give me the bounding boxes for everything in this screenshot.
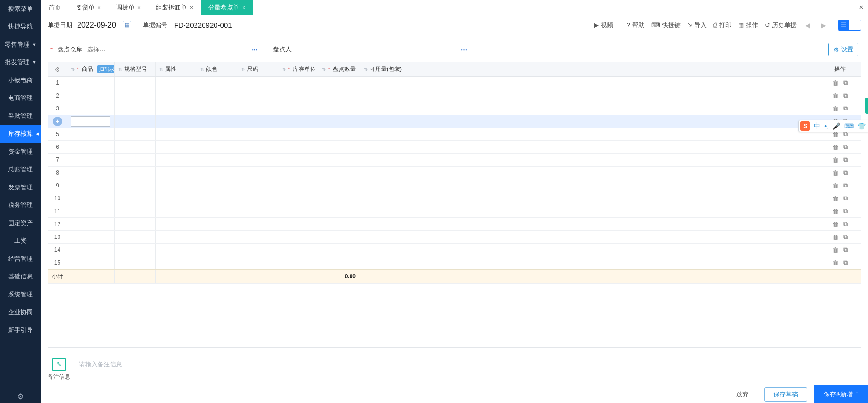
cell-unit[interactable] [278, 128, 319, 140]
cell-avail[interactable] [360, 231, 819, 243]
ime-keyboard-icon[interactable]: ⌨ [844, 122, 854, 130]
doc-date-value[interactable]: 2022-09-20 [77, 21, 116, 29]
cell-qty[interactable] [319, 141, 360, 153]
cell-unit[interactable] [278, 154, 319, 166]
cell-qty[interactable] [319, 256, 360, 269]
delete-row-icon[interactable]: 🗑 [832, 221, 839, 228]
sidebar-item-ecommerce[interactable]: 电商管理 [0, 89, 41, 108]
cell-spec[interactable] [115, 115, 156, 128]
close-icon[interactable]: × [242, 4, 245, 11]
cell-spec[interactable] [115, 192, 156, 205]
sidebar-item-guide[interactable]: 新手引导 [0, 321, 41, 339]
cell-unit[interactable] [278, 179, 319, 192]
tab-home[interactable]: 首页 [41, 0, 68, 15]
sidebar-item-salary[interactable]: 工资 [0, 232, 41, 250]
table-row[interactable]: 2🗑⧉ [48, 89, 861, 102]
sidebar-item-wholesale[interactable]: 批发管理▼ [0, 54, 41, 72]
close-icon[interactable]: × [190, 4, 193, 11]
delete-row-icon[interactable]: 🗑 [832, 169, 839, 177]
cell-avail[interactable] [360, 192, 819, 205]
copy-row-icon[interactable]: ⧉ [843, 169, 848, 177]
cell-qty[interactable] [319, 167, 360, 179]
sidebar-item-inventory[interactable]: 库存核算 [0, 125, 41, 143]
cell-qty[interactable] [319, 128, 360, 140]
ime-mic-icon[interactable]: 🎤 [832, 122, 840, 130]
cell-size[interactable] [237, 179, 278, 192]
copy-row-icon[interactable]: ⧉ [843, 156, 848, 164]
cell-attr[interactable] [156, 218, 196, 230]
cell-spec[interactable] [115, 128, 156, 140]
tool-operate[interactable]: ▦操作 [738, 21, 758, 29]
cell-spec[interactable] [115, 89, 156, 102]
ime-punct-icon[interactable]: •, [824, 122, 829, 130]
cell-spec[interactable] [115, 179, 156, 192]
sidebar-item-business[interactable]: 经营管理 [0, 250, 41, 268]
cell-qty[interactable] [319, 192, 360, 205]
cell-qty[interactable] [319, 179, 360, 192]
delete-row-icon[interactable]: 🗑 [832, 234, 839, 241]
table-row[interactable]: 10🗑⧉ [48, 192, 861, 205]
delete-row-icon[interactable]: 🗑 [832, 144, 839, 151]
cell-spec[interactable] [115, 218, 156, 230]
cell-spec[interactable] [115, 154, 156, 166]
cell-product[interactable] [67, 256, 115, 269]
cell-size[interactable] [237, 231, 278, 243]
cell-attr[interactable] [156, 231, 196, 243]
table-row[interactable]: 7🗑⧉ [48, 154, 861, 167]
add-row-icon[interactable]: + [53, 117, 62, 126]
cell-color[interactable] [196, 77, 237, 89]
ime-lang[interactable]: 中 [814, 122, 820, 130]
cell-size[interactable] [237, 128, 278, 140]
cell-avail[interactable] [360, 218, 819, 230]
cell-size[interactable] [237, 77, 278, 89]
sidebar-item-retail[interactable]: 零售管理▼ [0, 36, 41, 54]
cell-color[interactable] [196, 167, 237, 179]
cell-unit[interactable] [278, 77, 319, 89]
col-size[interactable]: ⇅尺码 [237, 62, 278, 76]
copy-row-icon[interactable]: ⧉ [843, 105, 848, 112]
cell-size[interactable] [237, 141, 278, 153]
cell-unit[interactable] [278, 115, 319, 128]
sidebar-item-ledger[interactable]: 总账管理 [0, 161, 41, 179]
cell-color[interactable] [196, 256, 237, 269]
tab-partial-inventory[interactable]: 分量盘点单× [201, 0, 253, 15]
copy-row-icon[interactable]: ⧉ [843, 143, 848, 151]
cell-product[interactable] [67, 205, 115, 217]
cell-unit[interactable] [278, 89, 319, 102]
scan-badge[interactable]: 扫码录入 [97, 65, 115, 73]
warehouse-more-icon[interactable]: ⋯ [252, 46, 259, 53]
cell-product[interactable] [67, 89, 115, 102]
table-row[interactable]: 8🗑⧉ [48, 167, 861, 179]
cell-attr[interactable] [156, 179, 196, 192]
cell-unit[interactable] [278, 244, 319, 256]
cell-unit[interactable] [278, 192, 319, 205]
delete-row-icon[interactable]: 🗑 [832, 208, 839, 215]
cell-spec[interactable] [115, 256, 156, 269]
tool-shortcut[interactable]: ⌨快捷键 [651, 21, 681, 29]
cell-color[interactable] [196, 205, 237, 217]
sidebar-item-basic[interactable]: 基础信息 [0, 268, 41, 286]
cell-avail[interactable] [360, 205, 819, 217]
delete-row-icon[interactable]: 🗑 [832, 79, 839, 87]
sidebar-item-collab[interactable]: 企业协同 [0, 304, 41, 322]
cell-unit[interactable] [278, 102, 319, 115]
cell-avail[interactable] [360, 256, 819, 269]
cell-product[interactable] [67, 192, 115, 205]
col-product[interactable]: ⇅*商品扫码录入 [67, 62, 115, 76]
copy-row-icon[interactable]: ⧉ [843, 220, 848, 228]
close-all-tabs-icon[interactable]: × [856, 1, 867, 12]
cell-product[interactable] [67, 77, 115, 89]
cell-color[interactable] [196, 192, 237, 205]
cell-size[interactable] [237, 256, 278, 269]
discard-button[interactable]: 放弃 [727, 387, 758, 402]
close-icon[interactable]: × [98, 4, 101, 11]
calendar-icon[interactable]: ▦ [123, 21, 131, 29]
cell-attr[interactable] [156, 167, 196, 179]
col-color[interactable]: ⇅颜色 [196, 62, 237, 76]
cell-attr[interactable] [156, 244, 196, 256]
cell-qty[interactable] [319, 218, 360, 230]
cell-product[interactable] [67, 128, 115, 140]
cell-avail[interactable] [360, 167, 819, 179]
view-list-icon[interactable]: ☰ [838, 20, 849, 30]
save-new-button[interactable]: 保存&新增˄ [814, 385, 868, 403]
